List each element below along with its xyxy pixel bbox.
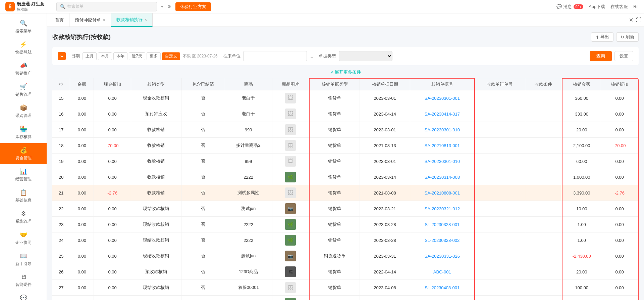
online-service-link[interactable]: 在线客服	[610, 4, 628, 10]
cell-goods: 衣服00001	[225, 280, 272, 296]
sidebar-item-purchase[interactable]: 📦 采购管理	[0, 101, 47, 122]
expand-more-bar[interactable]: ∨ 展开更多条件	[52, 69, 639, 75]
receipt-no-link[interactable]: SL-20230328-001	[425, 222, 460, 227]
sidebar-item-quicknav[interactable]: ⚡ 快捷导航	[0, 37, 47, 58]
data-table: ⚙ 余额 现金折扣 核销类型 包含已结清 商品 商品图片 核销单据类型 核销单据…	[52, 78, 639, 300]
cell-include-settled: 否	[181, 106, 225, 122]
table-row: 270.000.00现结收款核销否衣服00001🖼销货单2023-04-08SL…	[52, 280, 638, 296]
sidebar-item-sales[interactable]: 🛒 销售管理	[0, 80, 47, 101]
cell-receipt-condition	[525, 232, 562, 248]
tab-close-all-icon[interactable]: ✕	[629, 17, 633, 23]
table-header-row: ⚙ 余额 现金折扣 核销类型 包含已结清 商品 商品图片 核销单据类型 核销单据…	[52, 78, 638, 90]
tab-prepay[interactable]: 预付冲应付单 ×	[69, 13, 111, 27]
cell-writeoff-receipt-no: SL-20230418-001	[410, 296, 474, 300]
cell-writeoff-receipt-date: 2023-03-21	[360, 201, 410, 217]
receipt-no-link[interactable]: SA-20230314-008	[424, 175, 460, 180]
cell-writeoff-receipt-type: 销货单	[309, 185, 360, 201]
sidebar-item-operations[interactable]: 📊 经营管理	[0, 164, 47, 185]
cell-include-settled: 否	[181, 201, 225, 217]
sidebar-item-finance[interactable]: 💰 资金管理	[0, 143, 47, 164]
tab-writeoff[interactable]: 收款核销执行 ×	[111, 13, 153, 27]
sidebar-item-sysadmin[interactable]: ⚙ 系统管理	[0, 207, 47, 228]
export-button[interactable]: ⬆ 导出	[591, 32, 613, 42]
cell-writeoff-receipt-no: SA-20230331-026	[410, 248, 474, 264]
receipt-no-link[interactable]: SA-20230331-026	[424, 254, 460, 259]
collab-icon: 🤝	[20, 231, 27, 239]
tab-prepay-label: 预付冲应付单	[75, 17, 101, 23]
date-this-year[interactable]: 本年	[113, 52, 127, 60]
tab-writeoff-close[interactable]: ×	[145, 17, 147, 22]
sidebar-item-marketing[interactable]: 📣 营销推广	[0, 58, 47, 80]
date-this-month[interactable]: 本月	[98, 52, 112, 60]
cell-writeoff-receipt-date: 2023-03-14	[360, 169, 410, 185]
cell-receipt-order-no	[475, 185, 525, 201]
cell-writeoff-receipt-date: 2021-08-13	[360, 138, 410, 154]
tab-fullscreen-icon[interactable]: ⛶	[636, 17, 641, 23]
sidebar-item-hardware[interactable]: 🖥 智能硬件	[0, 270, 47, 291]
tab-prepay-close[interactable]: ×	[103, 18, 105, 23]
sidebar-item-inventory[interactable]: 🏪 库存核算	[0, 122, 47, 143]
cell-goods-img: 🖼	[272, 154, 309, 169]
refresh-button[interactable]: ↻ 刷新	[616, 32, 639, 42]
industry-solution-button[interactable]: 休验行业方案	[175, 2, 211, 11]
cell-cash-discount: 0.00	[94, 264, 131, 280]
cell-goods-img: 🖼	[272, 185, 309, 201]
cell-writeoff-receipt-type: 销货单	[309, 90, 360, 106]
filter-expand-button[interactable]: »	[58, 52, 66, 60]
cell-writeoff-discount: 0.00	[601, 296, 638, 300]
cell-writeoff-amount: 20.00	[562, 122, 601, 138]
wechat-icon: 💬	[20, 294, 27, 300]
table-row: 160.000.00预付冲应收否老白干🖼销货单2023-04-14SA-2023…	[52, 106, 638, 122]
date-quick-btns: 上月 本月 本年 近7天 更多 自定义	[83, 52, 180, 60]
date-last-month[interactable]: 上月	[83, 52, 97, 60]
cell-writeoff-discount: 0.00	[601, 154, 638, 169]
receipt-no-link[interactable]: SL-20230408-001	[425, 285, 460, 290]
top-bar: 6 畅捷通·好生意 标准版 🔍 搜索菜单 ▾ ⚙ 休验行业方案 💬 消息 99+…	[0, 0, 644, 13]
tab-home[interactable]: 首页	[50, 13, 69, 27]
cell-cash-discount: 0.00	[94, 169, 131, 185]
col-header-receipt-order-no: 收款单订单号	[475, 78, 525, 90]
cell-receipt-condition	[525, 248, 562, 264]
query-button[interactable]: 查询	[590, 51, 612, 61]
cell-cash-discount: 0.00	[94, 232, 131, 248]
sidebar-item-collab[interactable]: 🤝 企业协同	[0, 228, 47, 249]
cell-goods: 123D商品	[225, 264, 272, 280]
receipt-no-link[interactable]: SL-20230328-002	[425, 238, 460, 243]
cell-writeoff-discount: 0.00	[601, 217, 638, 232]
settings-button[interactable]: 设置	[614, 51, 633, 61]
receipt-no-link[interactable]: SA-20230301-001	[424, 96, 460, 101]
receipt-type-select[interactable]	[339, 51, 392, 61]
date-last-7days[interactable]: 近7天	[129, 52, 145, 60]
receipt-no-link[interactable]: ABC-001	[433, 269, 451, 274]
app-download-link[interactable]: App下载	[589, 4, 605, 10]
cell-writeoff-receipt-type: 销货单	[309, 232, 360, 248]
sidebar-item-search[interactable]: 🔍 搜索菜单	[0, 16, 47, 37]
receipt-no-link[interactable]: SA-20210813-001	[424, 143, 460, 148]
settings-icon[interactable]: ⚙	[167, 4, 171, 9]
cell-writeoff-discount: -2.76	[601, 185, 638, 201]
receipt-no-link[interactable]: SA-20230301-010	[424, 159, 460, 164]
receipt-no-link[interactable]: SA-20210808-001	[424, 190, 460, 196]
logo-sub: 标准版	[17, 7, 44, 12]
sidebar-item-label: 基础信息	[15, 198, 32, 203]
table-body: 150.000.00现金收款核销否老白干🖼销货单2023-03-01SA-202…	[52, 90, 638, 300]
cell-writeoff-type: 现结收款核销	[131, 280, 181, 296]
cell-writeoff-amount: 333.00	[562, 106, 601, 122]
date-more[interactable]: 更多	[147, 52, 161, 60]
sidebar-item-label: 系统管理	[15, 219, 32, 224]
sidebar-item-guide[interactable]: 📖 新手引导	[0, 249, 47, 270]
date-custom[interactable]: 自定义	[162, 52, 180, 60]
receipt-no-link[interactable]: SA-20230321-012	[424, 206, 460, 211]
receipt-no-link[interactable]: SA-20230301-010	[424, 127, 460, 132]
cell-goods-img: 📷	[272, 248, 309, 264]
sidebar-item-basicinfo[interactable]: 📋 基础信息	[0, 185, 47, 207]
cell-cash-discount: 0.00	[94, 154, 131, 169]
message-icon[interactable]: 💬 消息 99+	[556, 4, 583, 10]
receipt-no-link[interactable]: SA-20230414-017	[424, 112, 460, 117]
col-header-goods-img: 商品图片	[272, 78, 309, 90]
cell-goods: 2222	[225, 296, 272, 300]
from-unit-dots: ...	[310, 54, 313, 59]
page-title: 收款核销执行(按收款)	[52, 33, 111, 41]
sidebar-item-wechat[interactable]: 💬 企业微信	[0, 291, 47, 300]
from-unit-input[interactable]	[243, 51, 307, 61]
